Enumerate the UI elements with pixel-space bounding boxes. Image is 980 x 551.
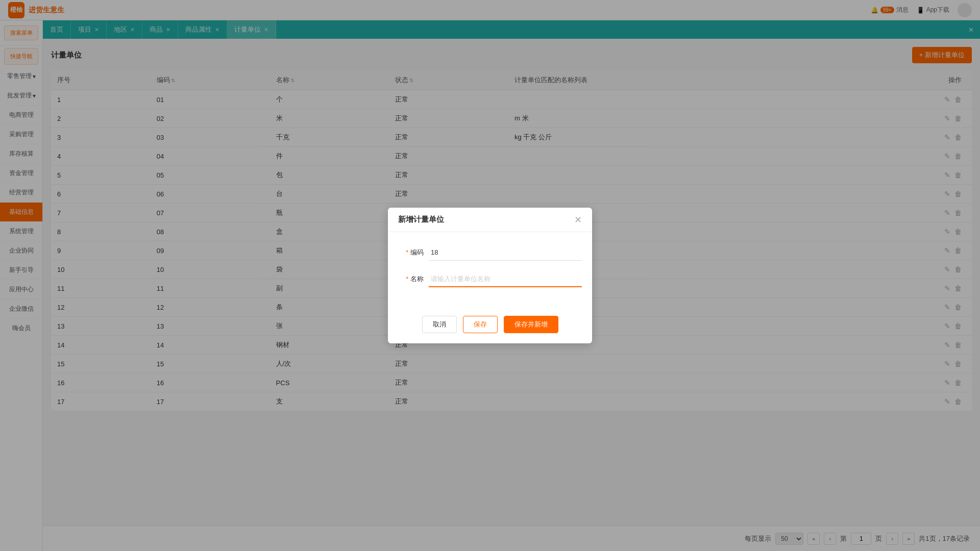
cancel-button[interactable]: 取消 bbox=[422, 316, 457, 333]
code-label: * 编码 bbox=[398, 248, 429, 257]
modal-header: 新增计量单位 ✕ bbox=[388, 208, 592, 232]
modal-title: 新增计量单位 bbox=[398, 215, 444, 224]
code-input[interactable] bbox=[429, 244, 582, 261]
form-row-name: * 名称 bbox=[398, 271, 582, 287]
modal-overlay[interactable]: 新增计量单位 ✕ * 编码 * 名称 取消 保存 保存并新增 bbox=[0, 0, 980, 551]
save-button[interactable]: 保存 bbox=[463, 316, 498, 333]
modal-body: * 编码 * 名称 bbox=[388, 232, 592, 310]
modal-footer: 取消 保存 保存并新增 bbox=[388, 310, 592, 343]
form-row-code: * 编码 bbox=[398, 244, 582, 261]
add-unit-modal: 新增计量单位 ✕ * 编码 * 名称 取消 保存 保存并新增 bbox=[388, 208, 592, 343]
modal-close-btn[interactable]: ✕ bbox=[574, 215, 582, 224]
name-input[interactable] bbox=[429, 271, 582, 287]
required-mark2: * bbox=[406, 275, 408, 283]
name-label: * 名称 bbox=[398, 274, 429, 284]
save-new-button[interactable]: 保存并新增 bbox=[504, 316, 558, 333]
required-mark: * bbox=[406, 248, 408, 256]
